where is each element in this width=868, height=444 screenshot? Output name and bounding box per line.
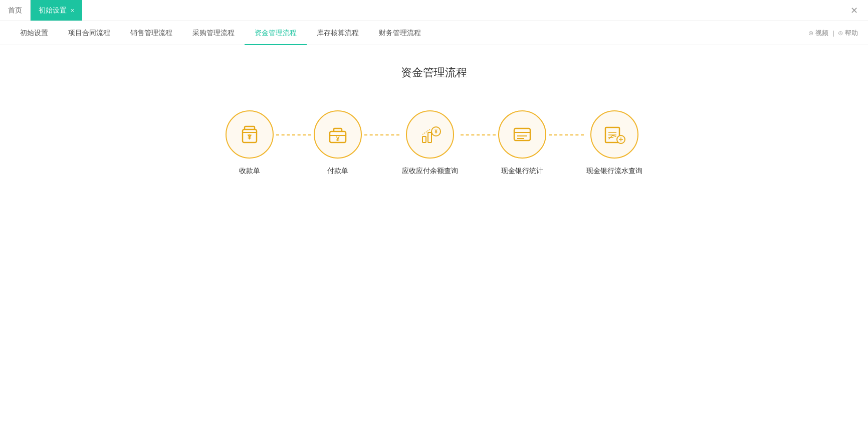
nav-right-actions: ⊙ 视频 | ⊙ 帮助 (808, 29, 858, 38)
connector-line-4 (549, 134, 584, 135)
balance-label: 应收应付余额查询 (402, 167, 458, 176)
connector-4 (546, 134, 586, 152)
home-tab[interactable]: 首页 (0, 0, 31, 21)
close-tab-icon[interactable]: × (71, 7, 74, 14)
cashbank-icon-circle (498, 110, 546, 159)
help-link[interactable]: ⊙ 帮助 (838, 29, 858, 38)
cashbank-icon (510, 122, 534, 146)
receipt-icon-circle: ¥ (226, 110, 274, 159)
connector-3 (458, 134, 498, 152)
connector-2 (362, 134, 402, 152)
receipt-icon: ¥ (238, 122, 262, 146)
nav-item-capital[interactable]: 资金管理流程 (245, 21, 307, 45)
connector-line-1 (276, 134, 311, 135)
flow-item-payment[interactable]: ¥ 付款单 (314, 110, 362, 176)
svg-rect-6 (422, 136, 426, 142)
svg-text:¥: ¥ (435, 129, 438, 134)
statement-label: 现金银行流水查询 (586, 167, 642, 176)
svg-rect-7 (428, 132, 431, 142)
main-content: 资金管理流程 ¥ 收款单 (0, 45, 868, 196)
nav-item-initial[interactable]: 初始设置 (10, 21, 58, 45)
flow-item-balance[interactable]: ¥ 应收应付余额查询 (402, 110, 458, 176)
receipt-label: 收款单 (239, 167, 260, 176)
payment-label: 付款单 (327, 167, 348, 176)
nav-bar: 初始设置 项目合同流程 销售管理流程 采购管理流程 资金管理流程 库存核算流程 … (0, 21, 868, 45)
flow-item-cashbank[interactable]: 现金银行统计 (498, 110, 546, 176)
video-link[interactable]: ⊙ 视频 (808, 29, 828, 38)
payment-icon-circle: ¥ (314, 110, 362, 159)
flow-item-receipt[interactable]: ¥ 收款单 (226, 110, 274, 176)
nav-item-project[interactable]: 项目合同流程 (58, 21, 120, 45)
cashbank-label: 现金银行统计 (501, 167, 543, 176)
nav-item-inventory[interactable]: 库存核算流程 (307, 21, 369, 45)
connector-1 (274, 134, 314, 152)
statement-icon (602, 122, 626, 146)
statement-icon-circle (590, 110, 638, 159)
balance-icon-circle: ¥ (406, 110, 454, 159)
connector-line-2 (364, 134, 399, 135)
nav-item-finance[interactable]: 财务管理流程 (369, 21, 431, 45)
window-close-button[interactable]: ✕ (840, 0, 868, 21)
separator: | (832, 29, 834, 37)
payment-icon: ¥ (326, 122, 350, 146)
nav-item-sales[interactable]: 销售管理流程 (120, 21, 182, 45)
active-tab-label: 初始设置 (39, 6, 67, 15)
balance-icon: ¥ (418, 122, 442, 146)
page-title: 资金管理流程 (10, 65, 858, 80)
active-tab[interactable]: 初始设置 × (31, 0, 82, 21)
connector-line-3 (461, 134, 496, 135)
top-bar: 首页 初始设置 × ✕ (0, 0, 868, 21)
nav-item-purchase[interactable]: 采购管理流程 (182, 21, 245, 45)
flow-item-statement[interactable]: 现金银行流水查询 (586, 110, 642, 176)
svg-text:¥: ¥ (336, 135, 340, 142)
flow-container: ¥ 收款单 ¥ 付款单 (10, 110, 858, 176)
